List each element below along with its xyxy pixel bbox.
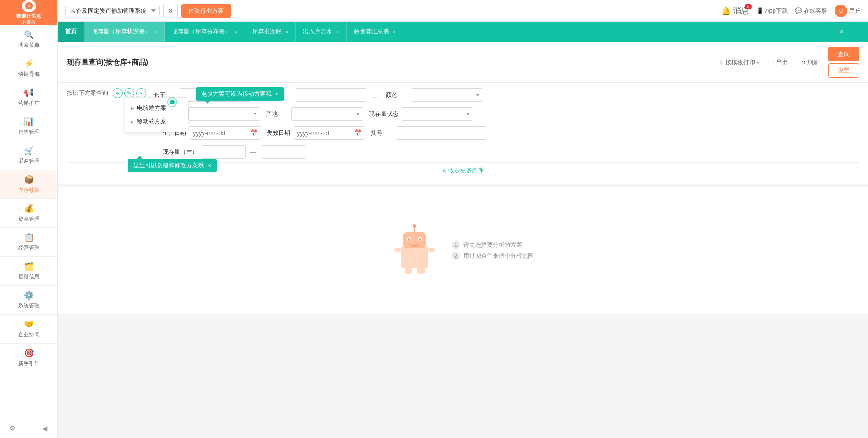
tab-recv-summary-label: 收发存汇总表 — [354, 28, 389, 36]
sidebar-item-purchase[interactable]: 🛒 采购管理 — [0, 141, 57, 170]
tab-batch-ledger[interactable]: 库存批次账 × — [245, 22, 296, 42]
refresh-icon: ↻ — [801, 59, 806, 66]
tab-batch-ledger-close[interactable]: × — [285, 29, 288, 34]
print-dropdown-icon: ▾ — [757, 60, 759, 65]
sidebar-item-sales[interactable]: 📊 销售管理 — [0, 112, 57, 141]
app-download-btn[interactable]: 📱 App下载 — [756, 7, 788, 15]
sidebar-item-label: 系统管理 — [18, 302, 40, 310]
app-download-label: App下载 — [765, 7, 788, 15]
online-service-btn[interactable]: 💬 在线客服 — [795, 7, 827, 15]
empty-state-container: 1 请先选择要分析的方案 2 用过滤条件来缩小分析范围 — [58, 187, 868, 314]
sidebar-item-operations[interactable]: 📋 经营管理 — [0, 228, 57, 257]
system-selector[interactable]: 装备及固定资产辅助管理系统 — [65, 5, 160, 16]
tooltip-create-scheme: 这里可以创建和修改方案哦 × — [128, 159, 217, 172]
stock-main-label: 现存量（主） — [163, 148, 198, 156]
scheme-tree-mobile[interactable]: ▶ 移动端方案 — [125, 115, 188, 128]
tooltip2-close-btn[interactable]: × — [208, 162, 211, 169]
stock-main-to-input[interactable] — [261, 145, 306, 159]
tab-in-out-flow[interactable]: 出入库流水 × — [296, 22, 346, 42]
guide-icon: 🎯 — [24, 348, 34, 358]
svg-point-7 — [419, 238, 421, 241]
purchase-icon: 🛒 — [24, 146, 34, 155]
basic-info-icon: 🗂️ — [24, 261, 34, 271]
expire-date-field: 失效日期 📅 — [267, 126, 365, 140]
sidebar-item-label: 销售管理 — [18, 128, 40, 136]
product-input[interactable] — [295, 88, 367, 102]
settings-icon-btn[interactable]: ⚙ — [163, 4, 178, 18]
size-select[interactable] — [188, 107, 260, 121]
sidebar-settings-btn[interactable]: ⚙ — [4, 422, 22, 434]
tab-recv-summary-close[interactable]: × — [393, 29, 396, 34]
top-header: 装备及固定资产辅助管理系统 ⚙ 体验行业方案 🔔 消息 9 📱 App下载 💬 … — [58, 0, 868, 22]
sidebar-item-enterprise[interactable]: 🤝 企业协同 — [0, 315, 57, 344]
scheme-back-btn[interactable]: « — [136, 88, 146, 98]
svg-point-9 — [413, 224, 416, 228]
app-logo: 6 畅通好生意 标准版 — [0, 0, 57, 25]
mobile-scheme-label: 移动端方案 — [137, 118, 166, 126]
scheme-tree-panel: ▶ 电脑端方案 ▶ 移动端方案 — [125, 97, 188, 132]
print-btn[interactable]: 🖨 按模板打印 ▾ — [714, 57, 763, 68]
logo-sub: 标准版 — [22, 19, 36, 25]
tab-in-out-flow-close[interactable]: × — [336, 29, 339, 34]
industry-btn[interactable]: 体验行业方案 — [181, 4, 231, 18]
sidebar-item-inventory[interactable]: 📦 库存核算 — [0, 170, 57, 199]
tooltip1-close-btn[interactable]: × — [275, 90, 279, 98]
message-badge: 9 — [745, 4, 752, 9]
enterprise-icon: 🤝 — [24, 319, 34, 329]
tab-bar-right: × ⛶ — [835, 25, 868, 38]
sidebar-item-guide[interactable]: 🎯 新手引导 — [0, 344, 57, 372]
tab-inventory-dist-close[interactable]: × — [234, 29, 237, 34]
batch-input[interactable] — [396, 126, 486, 140]
tab-bar: 首页 现存量（库存状况表） × 现存量（库存分布表） × 库存批次账 × 出入库… — [58, 22, 868, 42]
refresh-btn[interactable]: ↻ 刷新 — [797, 57, 823, 68]
collapse-chevron-up-icon: ∧ — [442, 167, 447, 174]
pc-scheme-label: 电脑端方案 — [137, 104, 166, 112]
tab-inventory-dist[interactable]: 现存量（库存分布表） × — [165, 22, 245, 42]
export-btn[interactable]: ↑ 导出 — [768, 57, 792, 68]
stock-main-separator: — — [249, 149, 258, 155]
stock-status-select[interactable] — [401, 107, 473, 121]
expire-date-input[interactable] — [293, 126, 365, 140]
tab-fullscreen-btn[interactable]: ⛶ — [852, 25, 864, 38]
user-btn[interactable]: U 用户 — [835, 5, 861, 17]
refresh-label: 刷新 — [807, 58, 819, 66]
tab-inventory-status-close[interactable]: × — [154, 29, 157, 34]
sidebar-item-basic-info[interactable]: 🗂️ 基础信息 — [0, 257, 57, 286]
sidebar-item-search-menu[interactable]: 🔍 搜索菜单 — [0, 25, 57, 54]
sidebar-item-label: 资金管理 — [18, 215, 40, 223]
scheme-edit-btn[interactable]: ✎ — [124, 88, 134, 98]
color-select[interactable] — [411, 88, 483, 102]
query-btn[interactable]: 查询 — [828, 47, 859, 61]
sidebar-collapse-btn[interactable]: ◀ — [36, 422, 54, 434]
hint-num-2: 2 — [452, 252, 460, 260]
system-title-area: 装备及固定资产辅助管理系统 ⚙ 体验行业方案 — [65, 4, 716, 18]
empty-hint-1: 1 请先选择要分析的方案 — [452, 241, 534, 249]
tab-recv-summary[interactable]: 收发存汇总表 × — [347, 22, 403, 42]
page-header: 现存量查询(按仓库+商品) 🖨 按模板打印 ▾ ↑ 导出 ↻ 刷新 — [58, 42, 868, 83]
tab-close-all-btn[interactable]: × — [835, 25, 848, 38]
sidebar-item-quick-nav[interactable]: ⚡ 快捷导航 — [0, 54, 57, 83]
svg-rect-12 — [405, 268, 412, 274]
page-actions: 🖨 按模板打印 ▾ ↑ 导出 ↻ 刷新 查询 设置 — [714, 47, 859, 78]
inventory-icon: 📦 — [24, 174, 34, 184]
stock-main-from-input[interactable] — [201, 145, 246, 159]
finance-icon: 💰 — [24, 203, 34, 213]
svg-text:6: 6 — [28, 4, 30, 9]
message-btn[interactable]: 🔔 消息 9 — [721, 5, 749, 16]
product-more-dots[interactable]: ... — [370, 90, 380, 100]
setting-btn[interactable]: 设置 — [828, 63, 859, 78]
sidebar-item-finance[interactable]: 💰 资金管理 — [0, 199, 57, 228]
export-label: 导出 — [776, 58, 788, 66]
scheme-tree-pc[interactable]: ▶ 电脑端方案 — [125, 101, 188, 115]
tab-home[interactable]: 首页 — [58, 22, 85, 42]
tab-inventory-status[interactable]: 现存量（库存状况表） × — [85, 22, 165, 42]
hint-text-1: 请先选择要分析的方案 — [463, 241, 522, 249]
origin-select[interactable] — [291, 107, 363, 121]
sidebar-item-marketing[interactable]: 📢 营销推广 — [0, 83, 57, 112]
color-label: 颜色 — [386, 91, 408, 99]
scheme-actions: + ✎ « — [113, 88, 146, 98]
prod-date-input[interactable] — [189, 126, 261, 140]
scheme-add-btn[interactable]: + — [113, 88, 123, 98]
sidebar-item-system[interactable]: ⚙️ 系统管理 — [0, 286, 57, 315]
origin-label: 产地 — [266, 110, 288, 118]
